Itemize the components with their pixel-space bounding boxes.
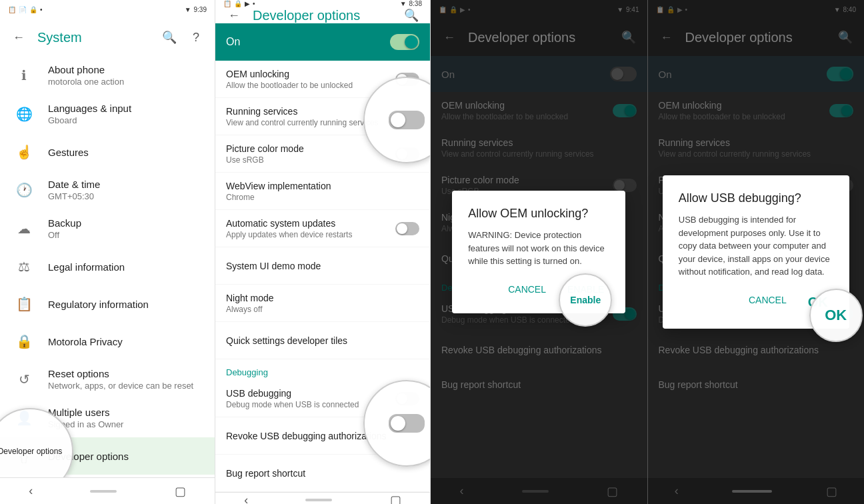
bug-report-title: Bug report shortcut [226,468,419,479]
night-mode-item[interactable]: Night mode Always off [215,285,430,322]
regulatory-icon: 📋 [11,296,37,312]
reset-subtitle: Network, apps, or device can be reset [48,381,204,391]
appbar-middle: ← Developer options 🔍 [215,7,430,23]
date-time-title: Date & time [48,179,204,190]
quick-settings-item[interactable]: Quick settings developer tiles [215,322,430,359]
developer-panel-right2: 📋🔒▶• ▼ 8:40 ← Developer options 🔍 On OEM… [648,0,865,504]
cloud-icon: ☁ [11,221,37,237]
developer-on-row[interactable]: On [215,23,430,61]
webview-item[interactable]: WebView implementation Chrome [215,173,430,210]
languages-title: Languages & input [48,103,204,114]
settings-list: ℹ About phone motorola one action 🌐 Lang… [0,56,215,477]
status-bar-middle: 📋🔒▶• ▼ 8:38 [215,0,430,7]
nav-indicator-middle [305,499,332,501]
oem-dialog-overlay: Allow OEM unlocking? WARNING: Device pro… [431,0,647,504]
appbar-left: ← System 🔍 ? [0,19,215,56]
picture-color-title: Picture color mode [226,143,395,154]
back-icon-middle[interactable]: ← [226,7,242,23]
usb-dialog-title: Allow USB debugging? [679,191,833,205]
legal-title: Legal information [48,261,204,273]
usb-dialog: Allow USB debugging? USB debugging is in… [663,175,849,329]
usb-dialog-body: USB debugging is intended for developmen… [679,213,833,279]
enable-magnify-label[interactable]: Enable [570,295,601,305]
nav-bar-middle: ‹ ▢ [215,492,430,504]
sidebar-item-motorola-privacy[interactable]: 🔒 Motorola Privacy [0,323,215,360]
users-subtitle: Signed in as Owner [48,419,204,429]
magnify-label: Developer options [0,444,65,459]
ok-magnify-label[interactable]: OK [825,307,847,324]
privacy-icon: 🔒 [11,333,37,349]
developer-panel-right1: 📋🔒▶• ▼ 9:41 ← Developer options 🔍 On OEM… [431,0,648,504]
nav-home-indicator [90,490,117,493]
reset-icon: ↺ [11,371,37,387]
search-icon-left[interactable]: 🔍 [161,29,177,45]
developer-on-label: On [226,36,390,48]
system-settings-panel: 📋📄🔒• ▼ 9:39 ← System 🔍 ? ℹ About phone m… [0,0,215,504]
languages-subtitle: Gboard [48,115,204,125]
sidebar-item-legal[interactable]: ⚖ Legal information [0,248,215,285]
quick-settings-title: Quick settings developer tiles [226,335,419,346]
oem-dialog-title: Allow OEM unlocking? [468,207,609,221]
about-phone-title: About phone [48,64,204,75]
auto-updates-toggle[interactable] [395,222,419,235]
webview-subtitle: Chrome [226,193,419,202]
legal-icon: ⚖ [11,259,37,275]
sidebar-item-gestures[interactable]: ☝ Gestures [0,133,215,171]
auto-updates-thumb [397,223,407,234]
sidebar-item-reset[interactable]: ↺ Reset options Network, apps, or device… [0,360,215,399]
debugging-section-header: Debugging [215,359,430,380]
sidebar-item-backup[interactable]: ☁ Backup Off [0,209,215,248]
sidebar-item-regulatory[interactable]: 📋 Regulatory information [0,285,215,323]
sidebar-item-date-time[interactable]: 🕐 Date & time GMT+05:30 [0,171,215,209]
system-ui-demo-title: System UI demo mode [226,261,419,271]
appbar-title-left: System [37,30,151,45]
oem-unlocking-subtitle: Allow the bootloader to be unlocked [226,81,395,90]
usb-cancel-button[interactable]: Cancel [743,292,792,313]
developer-on-toggle[interactable] [390,34,419,50]
status-icons-middle: 📋🔒▶• [223,0,255,7]
date-time-subtitle: GMT+05:30 [48,191,204,201]
status-time-left: ▼ 9:39 [185,6,207,13]
status-time-middle: ▼ 8:38 [400,0,422,7]
oem-toggle-large-thumb [391,113,405,127]
status-bar-left: 📋📄🔒• ▼ 9:39 [0,0,215,19]
night-mode-title: Night mode [226,293,419,303]
oem-dialog-body: WARNING: Device protection features will… [468,229,609,268]
status-icons-left: 📋📄🔒• [8,6,43,13]
back-icon-left[interactable]: ← [11,29,27,45]
auto-updates-title: Automatic system updates [226,218,395,229]
info-icon: ℹ [11,67,37,83]
oem-dialog: Allow OEM unlocking? WARNING: Device pro… [452,191,625,313]
regulatory-title: Regulatory information [48,299,204,310]
oem-toggle-large[interactable] [389,111,425,129]
webview-title: WebView implementation [226,181,419,191]
usb-toggle-large-thumb [391,416,405,431]
picture-color-subtitle: Use sRGB [226,155,395,165]
developer-options-panel: 📋🔒▶• ▼ 8:38 ← Developer options 🔍 On OEM… [215,0,431,504]
clock-icon: 🕐 [11,182,37,198]
oem-cancel-button[interactable]: Cancel [503,281,551,297]
usb-debugging-title: USB debugging [226,388,395,399]
night-mode-subtitle: Always off [226,305,419,314]
back-nav-icon[interactable]: ‹ [29,484,33,498]
sidebar-item-developer[interactable]: {} Developer options Developer options [0,437,215,475]
toggle-thumb [405,35,418,49]
appbar-title-middle: Developer options [253,8,393,23]
sidebar-item-languages[interactable]: 🌐 Languages & input Gboard [0,95,215,133]
ok-magnify-circle: OK [809,289,863,342]
usb-toggle-large[interactable] [389,414,425,433]
search-icon-middle[interactable]: 🔍 [403,7,419,23]
usb-dialog-overlay: Allow USB debugging? USB debugging is in… [648,0,865,504]
backup-subtitle: Off [48,230,204,240]
privacy-title: Motorola Privacy [48,336,204,347]
system-ui-demo-item[interactable]: System UI demo mode [215,247,430,285]
recents-nav-middle[interactable]: ▢ [390,493,401,504]
recents-nav-icon[interactable]: ▢ [175,484,186,499]
right-panels: 📋🔒▶• ▼ 9:41 ← Developer options 🔍 On OEM… [431,0,864,504]
enable-magnify-circle: Enable [559,273,612,327]
nav-bar-left: ‹ ▢ [0,477,215,504]
back-nav-middle[interactable]: ‹ [244,493,248,505]
auto-updates-item[interactable]: Automatic system updates Apply updates w… [215,210,430,247]
sidebar-item-about-phone[interactable]: ℹ About phone motorola one action [0,56,215,95]
help-icon-left[interactable]: ? [188,29,204,45]
